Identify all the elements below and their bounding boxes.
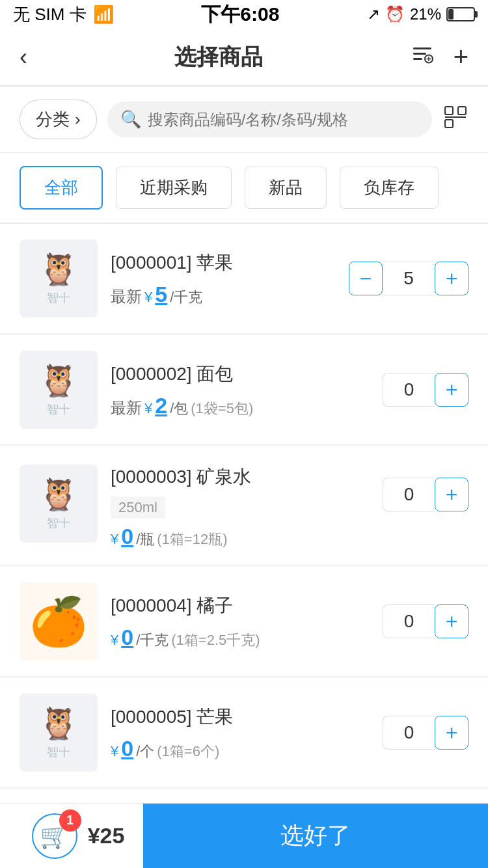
product-name-0000004: [0000004] 橘子 (111, 593, 370, 618)
product-info-0000002: [0000002] 面包 最新 ¥ 2 /包 (1袋=5包) (98, 362, 383, 418)
cart-area: 🛒 1 ¥25 (0, 813, 143, 859)
owl-icon: 🦉 (39, 705, 78, 742)
price-value: 0 (121, 524, 133, 549)
product-info-0000004: [0000004] 橘子 ¥ 0 /千克 (1箱=2.5千克) (98, 593, 383, 650)
product-image-0000003: 🦉 智十 (20, 465, 98, 543)
qty-input-0000001[interactable] (383, 262, 435, 295)
price-unit-detail: (1箱=6个) (157, 742, 219, 761)
price-unit: /千克 (136, 631, 169, 650)
product-item-0000003: 🦉 智十 [0000003] 矿泉水 250ml ¥ 0 /瓶 (1箱=12瓶)… (0, 446, 488, 565)
qty-input-0000002[interactable] (383, 373, 435, 407)
qty-control-0000003: + (383, 478, 468, 511)
qty-input-0000004[interactable] (383, 604, 435, 638)
price-label: 最新 (111, 286, 142, 307)
bottom-bar: 🛒 1 ¥25 选好了 (0, 803, 488, 868)
owl-text: 智十 (47, 401, 70, 417)
product-name-0000002: [0000002] 面包 (111, 362, 370, 387)
toolbar: 分类 › 🔍 (0, 87, 488, 153)
svg-rect-8 (445, 120, 453, 128)
price-value: 2 (155, 393, 167, 418)
qty-minus-0000001[interactable]: − (349, 262, 383, 295)
qty-control-0000002: + (383, 373, 468, 407)
location-icon: ↗ (367, 5, 380, 23)
confirm-button[interactable]: 选好了 (143, 804, 488, 868)
price-currency: ¥ (144, 400, 152, 417)
svg-rect-1 (413, 53, 426, 55)
search-input[interactable] (148, 111, 419, 129)
price-currency: ¥ (111, 743, 118, 760)
search-icon: 🔍 (120, 109, 141, 129)
product-item-0000005: 🦉 智十 [0000005] 芒果 ¥ 0 /个 (1箱=6个) + (0, 678, 488, 788)
qty-input-0000003[interactable] (383, 478, 435, 511)
qty-control-0000001: − + (349, 262, 468, 295)
tab-new[interactable]: 新品 (245, 167, 327, 209)
product-price-0000001: 最新 ¥ 5 /千克 (111, 282, 336, 307)
product-price-0000003: ¥ 0 /瓶 (1箱=12瓶) (111, 524, 370, 549)
product-price-0000005: ¥ 0 /个 (1箱=6个) (111, 736, 370, 761)
tab-negative[interactable]: 负库存 (340, 167, 439, 209)
price-currency: ¥ (144, 289, 152, 306)
cart-button[interactable]: 🛒 1 (32, 813, 77, 859)
price-unit: /个 (136, 742, 154, 761)
product-image-0000005: 🦉 智十 (20, 694, 98, 772)
qty-control-0000004: + (383, 604, 468, 638)
category-arrow: › (75, 109, 81, 129)
tab-recent[interactable]: 近期采购 (116, 167, 232, 209)
product-info-0000005: [0000005] 芒果 ¥ 0 /个 (1箱=6个) (98, 705, 383, 761)
cart-badge: 1 (59, 809, 81, 832)
status-right: ↗ ⏰ 21% (367, 5, 475, 23)
back-button[interactable]: ‹ (20, 44, 27, 71)
price-unit: /瓶 (136, 530, 154, 549)
price-label: 最新 (111, 398, 142, 418)
scan-icon[interactable] (442, 104, 468, 135)
nav-actions: + (411, 42, 468, 72)
battery-text: 21% (410, 5, 441, 23)
add-icon[interactable]: + (454, 42, 468, 72)
qty-plus-0000002[interactable]: + (435, 373, 468, 407)
price-unit-detail: (1箱=2.5千克) (171, 631, 260, 650)
owl-text: 智十 (47, 290, 70, 306)
alarm-icon: ⏰ (385, 5, 405, 23)
qty-control-0000005: + (383, 716, 468, 750)
nav-bar: ‹ 选择商品 + (0, 29, 488, 86)
product-item-0000004: 🍊 [0000004] 橘子 ¥ 0 /千克 (1箱=2.5千克) + (0, 567, 488, 677)
qty-plus-0000004[interactable]: + (435, 604, 468, 638)
product-name-0000001: [0000001] 苹果 (111, 251, 336, 275)
category-button[interactable]: 分类 › (20, 100, 97, 139)
svg-rect-7 (458, 107, 466, 115)
price-currency: ¥ (111, 531, 118, 548)
product-image-0000001: 🦉 智十 (20, 239, 98, 318)
svg-rect-6 (445, 107, 453, 115)
owl-text: 智十 (47, 515, 70, 531)
product-name-0000005: [0000005] 芒果 (111, 705, 370, 729)
filter-tabs: 全部 近期采购 新品 负库存 (0, 153, 488, 224)
qty-plus-0000003[interactable]: + (435, 478, 468, 511)
product-image-0000002: 🦉 智十 (20, 351, 98, 429)
product-info-0000003: [0000003] 矿泉水 250ml ¥ 0 /瓶 (1箱=12瓶) (98, 465, 383, 549)
price-unit-detail: (1袋=5包) (191, 399, 253, 418)
qty-plus-0000005[interactable]: + (435, 716, 468, 750)
product-info-0000001: [0000001] 苹果 最新 ¥ 5 /千克 (98, 251, 349, 307)
category-label: 分类 (36, 108, 70, 131)
owl-icon: 🦉 (39, 362, 78, 399)
tab-all[interactable]: 全部 (20, 166, 103, 210)
price-currency: ¥ (111, 632, 118, 649)
filter-icon[interactable] (411, 42, 434, 72)
battery-icon (446, 7, 475, 21)
price-unit: /包 (170, 399, 188, 418)
product-image-0000004: 🍊 (20, 582, 98, 660)
qty-input-0000005[interactable] (383, 716, 435, 750)
product-name-0000003: [0000003] 矿泉水 (111, 465, 370, 489)
status-time: 下午6:08 (201, 1, 279, 28)
product-price-0000004: ¥ 0 /千克 (1箱=2.5千克) (111, 625, 370, 650)
cart-total: ¥25 (88, 823, 125, 848)
qty-plus-0000001[interactable]: + (435, 262, 468, 295)
product-item-0000001: 🦉 智十 [0000001] 苹果 最新 ¥ 5 /千克 − + (0, 224, 488, 334)
price-value: 0 (121, 625, 133, 650)
wifi-icon: 📶 (93, 5, 114, 25)
product-item-0000002: 🦉 智十 [0000002] 面包 最新 ¥ 2 /包 (1袋=5包) + (0, 335, 488, 445)
svg-rect-2 (413, 58, 422, 60)
svg-rect-0 (413, 47, 431, 49)
price-value: 0 (121, 736, 133, 761)
product-list: 🦉 智十 [0000001] 苹果 最新 ¥ 5 /千克 − + 🦉 智十 (0, 224, 488, 868)
